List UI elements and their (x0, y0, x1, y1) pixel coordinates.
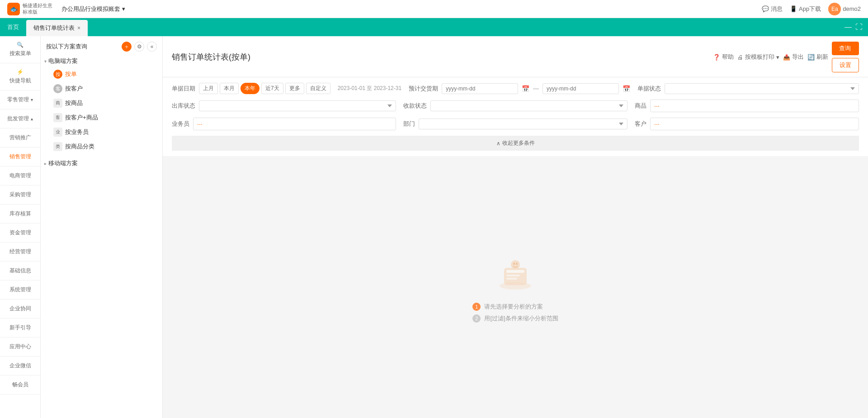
template-print-button[interactable]: 🖨 按模板打印 ▾ (737, 53, 779, 61)
scheme-item-category[interactable]: 类 按商品分类 (48, 139, 162, 154)
refresh-button[interactable]: 🔄 刷新 (807, 53, 828, 61)
expand-icon: ▾ (44, 59, 47, 64)
settings-scheme-button[interactable]: ⚙ (134, 42, 144, 52)
status-select[interactable] (665, 83, 859, 94)
date-btn-thismonth[interactable]: 本月 (220, 83, 239, 94)
sidebar-item-wechat[interactable]: 企业微信 (0, 356, 40, 375)
sidebar-item-purchase[interactable]: 采购管理 (0, 185, 40, 204)
tab-expand-icon[interactable]: ⛶ (855, 23, 863, 31)
help-icon: ❓ (713, 54, 720, 61)
filter-goods-field: 商品 ··· (635, 100, 859, 112)
sidebar-item-inventory[interactable]: 库存核算 (0, 204, 40, 223)
date-btn-custom[interactable]: 自定义 (306, 83, 330, 94)
scheme-item-customer[interactable]: 客 按客户 (48, 81, 162, 96)
scheme-icon-category: 类 (53, 142, 62, 151)
date-btn-lastmonth[interactable]: 上月 (199, 83, 218, 94)
sidebar-item-finance[interactable]: 资金管理 (0, 223, 40, 242)
date-btn-7days[interactable]: 近7天 (261, 83, 283, 94)
empty-hints: 1 请先选择要分析的方案 2 用[过滤]条件来缩小分析范围 (472, 303, 558, 323)
content-area: 按以下方案查询 ＋ ⚙ « ▾ 电脑端方案 按 按单 客 按客户 (41, 36, 868, 418)
sidebar-item-basic-info[interactable]: 基础信息 (0, 261, 40, 280)
scheme-item-order[interactable]: 按 按单 (48, 67, 162, 81)
panel-header: 按以下方案查询 ＋ ⚙ « (41, 42, 162, 55)
page-header: 销售订单统计表(按单) ❓ 帮助 🖨 按模板打印 ▾ 📤 (163, 36, 868, 77)
calendar-icon-start[interactable]: 📅 (522, 85, 529, 92)
chevron-down-icon: ▾ (31, 97, 33, 102)
sidebar-item-system[interactable]: 系统管理 (0, 280, 40, 299)
logo-icon: 🐟 (7, 3, 20, 15)
date-buttons: 上月 本月 本年 近7天 更多 自定义 (199, 83, 330, 94)
empty-illustration (493, 252, 538, 297)
scheme-item-goods[interactable]: 商 按商品 (48, 96, 162, 110)
expected-date-end-input[interactable] (542, 83, 619, 94)
delivery-select[interactable] (199, 100, 396, 111)
export-icon: 📤 (783, 54, 790, 61)
add-scheme-button[interactable]: ＋ (122, 42, 132, 52)
tab-sales-order[interactable]: 销售订单统计表 × (26, 20, 88, 36)
customer-picker-icon[interactable]: ··· (654, 120, 660, 128)
payment-select[interactable] (430, 100, 627, 111)
message-icon: 💬 (762, 5, 769, 12)
svg-rect-4 (506, 278, 517, 280)
query-button[interactable]: 查询 (832, 42, 859, 55)
salesperson-picker-icon[interactable]: ··· (197, 120, 203, 128)
sidebar-item-search[interactable]: 🔍 搜索菜单 (0, 36, 40, 63)
help-button[interactable]: ❓ 帮助 (713, 53, 734, 61)
svg-point-6 (513, 262, 515, 265)
right-panel: 销售订单统计表(按单) ❓ 帮助 🖨 按模板打印 ▾ 📤 (163, 36, 868, 418)
scheme-item-customer-goods[interactable]: 客 按客户+商品 (48, 110, 162, 125)
scheme-item-salesperson[interactable]: 业 按业务员 (48, 125, 162, 139)
hint-2: 2 用[过滤]条件来缩小分析范围 (472, 314, 558, 323)
scheme-icon-customer-goods: 客 (53, 113, 62, 122)
scheme-icon-salesperson: 业 (53, 128, 62, 137)
quicknav-icon: ⚡ (17, 69, 24, 75)
export-button[interactable]: 📤 导出 (783, 53, 804, 61)
filter-area: 单据日期 上月 本月 本年 近7天 更多 自定义 2023-01-01 至 20… (163, 77, 868, 156)
main-layout: 🔍 搜索菜单 ⚡ 快捷导航 零售管理 ▾ 批发管理 ▴ 营销推广 销售管理 电商… (0, 36, 868, 418)
sidebar-item-wholesale[interactable]: 批发管理 ▴ (0, 109, 40, 128)
sidebar-item-marketing[interactable]: 营销推广 (0, 128, 40, 147)
expected-date-start-input[interactable] (442, 83, 518, 94)
date-btn-thisyear[interactable]: 本年 (241, 83, 259, 94)
collapse-row: ∧ 收起更多条件 (172, 136, 859, 151)
refresh-icon: 🔄 (807, 54, 815, 61)
page-title-row: 销售订单统计表(按单) ❓ 帮助 🖨 按模板打印 ▾ 📤 (172, 42, 859, 72)
filter-row-2: 出库状态 收款状态 商品 ··· (172, 100, 859, 112)
tab-close-icon[interactable]: × (77, 25, 80, 31)
tab-home[interactable]: 首页 (0, 18, 26, 36)
sidebar-item-appstore[interactable]: 应用中心 (0, 337, 40, 356)
sidebar-item-membership[interactable]: 畅会员 (0, 375, 40, 394)
settings-button[interactable]: 设置 (832, 58, 859, 72)
user-menu[interactable]: Ea demo2 (828, 3, 861, 15)
sidebar-item-enterprise[interactable]: 企业协同 (0, 299, 40, 318)
print-icon: 🖨 (737, 54, 743, 61)
collapse-panel-button[interactable]: « (147, 42, 157, 52)
goods-picker-icon[interactable]: ··· (654, 102, 660, 109)
sidebar-item-onboarding[interactable]: 新手引导 (0, 318, 40, 337)
filter-customer-field: 客户 ··· (635, 118, 859, 130)
tab-minimize-icon[interactable]: — (844, 23, 852, 31)
scheme-icon-order: 按 (53, 70, 62, 79)
logo-area: 🐟 畅捷通好生意 标准版 (7, 3, 52, 15)
mobile-scheme-group[interactable]: ▸ 移动端方案 (41, 157, 162, 169)
calendar-icon-end[interactable]: 📅 (623, 85, 630, 92)
filter-row-1: 单据日期 上月 本月 本年 近7天 更多 自定义 2023-01-01 至 20… (172, 83, 859, 94)
sidebar-item-ecommerce[interactable]: 电商管理 (0, 166, 40, 185)
filter-payment-field: 收款状态 (403, 100, 627, 111)
filter-status-field: 单据状态 (637, 83, 859, 94)
app-selector[interactable]: 办公用品行业模拟账套 ▾ (61, 5, 125, 13)
filter-delivery-field: 出库状态 (172, 100, 396, 111)
left-panel: 按以下方案查询 ＋ ⚙ « ▾ 电脑端方案 按 按单 客 按客户 (41, 36, 163, 418)
pc-scheme-group[interactable]: ▾ 电脑端方案 (41, 55, 162, 67)
sidebar-item-retail[interactable]: 零售管理 ▾ (0, 90, 40, 109)
collapse-button[interactable]: ∧ 收起更多条件 (496, 139, 535, 147)
sidebar-item-operations[interactable]: 经营管理 (0, 242, 40, 261)
dept-select[interactable] (419, 119, 627, 129)
app-download-button[interactable]: 📱 App下载 (790, 5, 821, 13)
sidebar-item-quicknav[interactable]: ⚡ 快捷导航 (0, 63, 40, 90)
filter-expected-date: 预计交货期 📅 — 📅 (409, 83, 630, 94)
sidebar-item-sales[interactable]: 销售管理 (0, 147, 40, 166)
date-btn-more[interactable]: 更多 (285, 83, 304, 94)
message-button[interactable]: 💬 消息 (762, 5, 783, 13)
scheme-icon-goods: 商 (53, 99, 62, 108)
